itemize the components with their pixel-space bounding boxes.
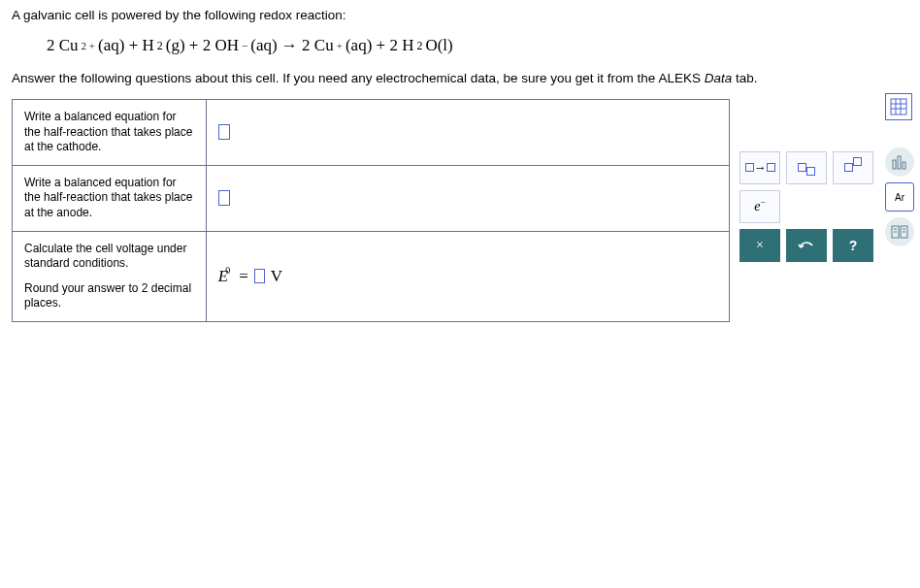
eq-part: O(l) xyxy=(425,36,452,55)
eq-sup: + xyxy=(337,40,343,51)
eq-part: 2 Cu xyxy=(47,36,79,55)
evolt-eq: = xyxy=(239,267,248,286)
row-anode-label: Write a balanced equation for the half-r… xyxy=(13,165,207,231)
subscript-icon xyxy=(798,160,815,176)
svg-rect-5 xyxy=(893,160,896,169)
eq-part: (aq) → 2 Cu xyxy=(250,36,333,55)
question-icon: ? xyxy=(849,238,858,253)
evolt-v: V xyxy=(271,267,282,286)
note-data-tab: Data xyxy=(705,71,733,85)
note-text: Answer the following questions about thi… xyxy=(12,71,705,85)
instruction-note: Answer the following questions about thi… xyxy=(12,71,908,85)
palette-grid: → e− × ? xyxy=(736,147,877,266)
evolt-zero: 0 xyxy=(225,265,230,276)
book-icon xyxy=(891,225,908,239)
svg-rect-6 xyxy=(898,156,901,169)
intro-text: A galvanic cell is powered by the follow… xyxy=(12,8,908,22)
eq-sup: 2 + xyxy=(82,40,95,51)
answer-placeholder-icon xyxy=(254,269,265,283)
eq-sub: 2 xyxy=(157,39,163,53)
row-anode-answer[interactable] xyxy=(206,165,729,231)
periodic-ar-label: Ar xyxy=(895,192,904,203)
tool-bar-chart-button[interactable] xyxy=(885,147,914,177)
eq-sub: 2 xyxy=(416,39,422,53)
eq-part: (aq) + H xyxy=(98,36,154,55)
eq-sup: − xyxy=(242,40,247,51)
yields-icon: → xyxy=(745,160,775,176)
row-cathode-label: Write a balanced equation for the half-r… xyxy=(13,100,207,166)
undo-icon xyxy=(798,240,815,251)
side-tools-column: Ar xyxy=(885,147,914,246)
row-voltage-text-a: Calculate the cell voltage under standar… xyxy=(24,242,194,272)
superscript-icon xyxy=(844,160,862,176)
data-table-button[interactable] xyxy=(885,93,912,120)
tool-reference-button[interactable] xyxy=(885,217,914,246)
palette-superscript-button[interactable] xyxy=(833,151,873,184)
row-voltage-text-b: Round your answer to 2 decimal places. xyxy=(24,281,194,311)
answer-placeholder-icon xyxy=(218,124,230,140)
row-cathode-answer[interactable] xyxy=(206,100,729,166)
redox-equation: 2 Cu2 + (aq) + H2 (g) + 2 OH− (aq) → 2 C… xyxy=(12,30,908,65)
palette-subscript-button[interactable] xyxy=(786,151,827,184)
tool-periodic-button[interactable]: Ar xyxy=(885,182,914,212)
palette-electron-button[interactable]: e− xyxy=(739,190,780,223)
svg-rect-0 xyxy=(891,99,906,114)
eq-part: (aq) + 2 H xyxy=(345,36,413,55)
answer-placeholder-icon xyxy=(218,190,230,206)
palette-help-button[interactable]: ? xyxy=(833,229,873,262)
note-text: tab. xyxy=(732,71,757,85)
input-palette: → e− × ? Ar xyxy=(736,147,914,266)
bar-chart-icon xyxy=(891,154,908,170)
row-voltage-label: Calculate the cell voltage under standar… xyxy=(13,231,207,321)
svg-rect-7 xyxy=(903,162,905,169)
eq-part: (g) + 2 OH xyxy=(166,36,239,55)
electron-minus: − xyxy=(761,197,766,207)
palette-yields-button[interactable]: → xyxy=(739,151,780,184)
grid-icon xyxy=(890,98,907,115)
times-icon: × xyxy=(756,238,764,253)
row-voltage-answer[interactable]: E0 = V xyxy=(206,231,729,321)
palette-clear-button[interactable]: × xyxy=(739,229,780,262)
palette-undo-button[interactable] xyxy=(786,229,827,262)
question-table: Write a balanced equation for the half-r… xyxy=(12,99,730,322)
